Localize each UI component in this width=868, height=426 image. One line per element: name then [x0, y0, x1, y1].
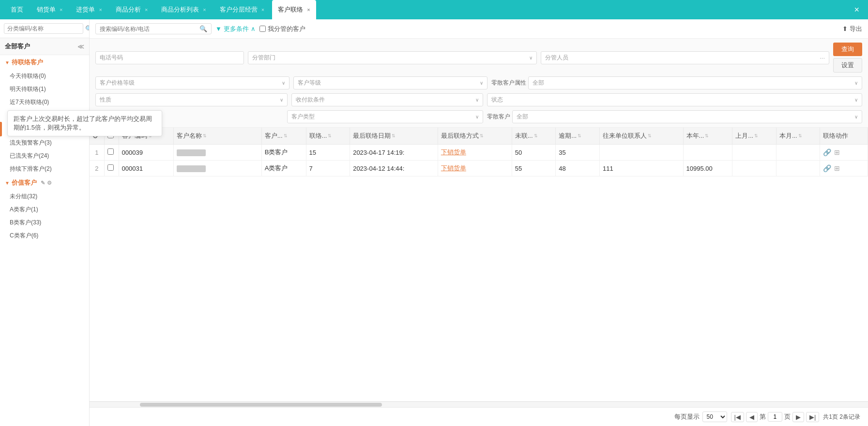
- customer-grade-field[interactable]: 客户等级 ∨: [293, 76, 487, 89]
- settings-btn[interactable]: 设置: [833, 58, 862, 73]
- row-checkbox-cell[interactable]: [104, 145, 119, 161]
- more-conditions-btn[interactable]: ▼ 更多条件 ∧: [215, 25, 256, 33]
- query-btn[interactable]: 查询: [833, 43, 862, 56]
- col-name: 客户名称 ⇅: [174, 128, 262, 145]
- customer-type-field[interactable]: 客户类型 ∨: [287, 110, 484, 123]
- row-unlisted: 50: [512, 145, 556, 161]
- nav-purchase-close[interactable]: ×: [99, 7, 102, 13]
- filter-bar: 🔍 ▼ 更多条件 ∧ 我分管的客户 ⬆ 导出: [90, 19, 868, 39]
- export-label: 导出: [850, 25, 862, 33]
- type-sort-icon[interactable]: ⇅: [284, 133, 288, 138]
- nav-customer-segment-close[interactable]: ×: [261, 7, 264, 13]
- row-type: A类客户: [261, 161, 306, 176]
- nav-sales-close[interactable]: ×: [60, 7, 62, 13]
- row-last-method[interactable]: 下销货单: [438, 145, 512, 161]
- filter-row-3: 性质 ∨ 收付款条件 ∨ 状态 ∨: [95, 93, 862, 106]
- pending-section-label: 待联络客户: [12, 58, 43, 67]
- sidebar-item-classB[interactable]: B类客户(33): [0, 216, 89, 229]
- last-date-sort-icon[interactable]: ⇅: [392, 133, 396, 138]
- sidebar-item-declining[interactable]: 持续下滑客户(2): [0, 162, 89, 176]
- sidebar-section-pending[interactable]: ▼ 待联络客户: [0, 55, 89, 70]
- sidebar-search-icon[interactable]: 🔍: [85, 25, 90, 32]
- sidebar-section-value[interactable]: ▼ 价值客户 ✎ ⚙: [0, 176, 89, 190]
- next-page-btn[interactable]: ▶: [792, 412, 804, 422]
- nature-field[interactable]: 性质 ∨: [95, 93, 288, 106]
- link-action-icon[interactable]: 🔗: [823, 164, 831, 172]
- contacts-sort-icon[interactable]: ⇅: [648, 133, 652, 138]
- last-method-link[interactable]: 下销货单: [441, 164, 466, 172]
- price-grade-arrow: ∨: [282, 80, 285, 86]
- nav-product-list[interactable]: 商品分析列表 ×: [155, 0, 212, 19]
- action-icons-wrap: 🔗 ⊞: [823, 164, 865, 172]
- last-page-btn[interactable]: ▶|: [806, 412, 819, 422]
- nav-purchase[interactable]: 进货单 ×: [70, 0, 107, 19]
- horizontal-scrollbar[interactable]: [90, 401, 868, 407]
- search-icon[interactable]: 🔍: [199, 25, 207, 32]
- first-page-btn[interactable]: |◀: [731, 412, 744, 422]
- prev-page-btn[interactable]: ◀: [746, 412, 758, 422]
- nav-customer-segment[interactable]: 客户分层经营 ×: [214, 0, 270, 19]
- export-icon: ⬆: [842, 25, 848, 32]
- retail-customer-select[interactable]: 全部 ∨: [512, 110, 862, 123]
- page-size-wrap: 每页显示 50 100 200: [674, 411, 727, 422]
- window-close-btn[interactable]: ×: [850, 5, 863, 15]
- row-last-method[interactable]: 下销货单: [438, 161, 512, 176]
- retail-attr-wrap: 零散客户属性 全部 ∨: [491, 76, 862, 89]
- person-field[interactable]: 分管人员 ···: [541, 51, 829, 64]
- page-input[interactable]: [768, 412, 782, 422]
- phone-field[interactable]: 电话号码: [95, 51, 244, 64]
- row-contact-count: 15: [306, 145, 350, 161]
- overdue-sort-icon[interactable]: ⇅: [578, 133, 581, 138]
- content-area: 🔍 ▼ 更多条件 ∧ 我分管的客户 ⬆ 导出 电话号码: [90, 19, 868, 426]
- search-input[interactable]: [100, 26, 198, 32]
- nav-customer-contact-close[interactable]: ×: [307, 7, 310, 13]
- this-year-sort-icon[interactable]: ⇅: [705, 133, 709, 138]
- nav-customer-contact[interactable]: 客户联络 ×: [272, 0, 316, 19]
- last-method-sort-icon[interactable]: ⇅: [480, 133, 484, 138]
- link-action-icon[interactable]: 🔗: [823, 148, 831, 156]
- grid-action-icon[interactable]: ⊞: [834, 164, 840, 172]
- nav-product-list-close[interactable]: ×: [203, 7, 206, 13]
- export-btn[interactable]: ⬆ 导出: [842, 25, 862, 33]
- dept-field[interactable]: 分管部门 ∨: [248, 51, 536, 64]
- payment-field[interactable]: 收付款条件 ∨: [291, 93, 484, 106]
- row-action-icons: 🔗 ⊞: [820, 161, 868, 176]
- nav-home[interactable]: 首页: [5, 0, 29, 19]
- sidebar-search-input[interactable]: [4, 23, 83, 34]
- row-checkbox[interactable]: [107, 148, 114, 155]
- value-edit-icon[interactable]: ✎: [41, 180, 45, 186]
- per-page-select[interactable]: 50 100 200: [702, 411, 727, 422]
- status-field[interactable]: 状态 ∨: [487, 93, 862, 106]
- price-grade-field[interactable]: 客户价格等级 ∨: [95, 76, 289, 89]
- this-month-sort-icon[interactable]: ⇅: [798, 133, 802, 138]
- sidebar-item-churned[interactable]: 已流失客户(24): [0, 149, 89, 162]
- sidebar-item-classA[interactable]: A类客户(1): [0, 203, 89, 216]
- last-month-sort-icon[interactable]: ⇅: [754, 133, 758, 138]
- contact-sort-icon[interactable]: ⇅: [328, 133, 332, 138]
- sidebar-collapse-icon[interactable]: ≪: [77, 43, 84, 50]
- row-checkbox-cell[interactable]: [104, 161, 119, 176]
- my-customers-checkbox[interactable]: [259, 26, 266, 32]
- retail-attr-select[interactable]: 全部 ∨: [528, 76, 862, 89]
- sidebar-item-7days[interactable]: 近7天待联络(0): [0, 96, 89, 109]
- unlisted-sort-icon[interactable]: ⇅: [534, 133, 538, 138]
- value-settings-icon[interactable]: ⚙: [47, 180, 52, 186]
- sidebar-item-today[interactable]: 今天待联络(0): [0, 70, 89, 83]
- sidebar-item-churn-warning[interactable]: 流失预警客户(3): [0, 136, 89, 149]
- sidebar-item-classC[interactable]: C类客户(6): [0, 229, 89, 242]
- action-buttons: 查询 设置: [833, 43, 862, 73]
- sidebar-item-tomorrow[interactable]: 明天待联络(1): [0, 83, 89, 96]
- grid-action-icon[interactable]: ⊞: [834, 148, 840, 156]
- col-last-month: 上月... ⇅: [732, 128, 777, 145]
- last-method-link[interactable]: 下销货单: [441, 148, 466, 156]
- nav-product-analysis[interactable]: 商品分析 ×: [110, 0, 153, 19]
- name-sort: 客户名称 ⇅: [177, 132, 259, 140]
- nav-sales[interactable]: 销货单 ×: [31, 0, 68, 19]
- scroll-thumb[interactable]: [140, 403, 382, 407]
- person-dots: ···: [820, 54, 825, 61]
- sidebar-item-unclassified[interactable]: 未分组(32): [0, 190, 89, 203]
- nav-product-analysis-close[interactable]: ×: [145, 7, 148, 13]
- col-contact-count: 联络... ⇅: [306, 128, 350, 145]
- row-checkbox[interactable]: [107, 164, 114, 171]
- name-sort-icon[interactable]: ⇅: [203, 133, 207, 138]
